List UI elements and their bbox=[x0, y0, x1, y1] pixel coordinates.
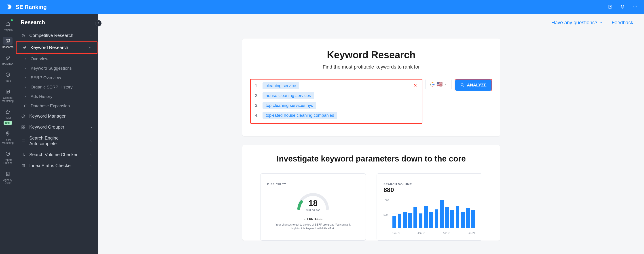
sub-organic-serp-history[interactable]: Organic SERP History bbox=[31, 82, 98, 92]
thumbs-up-icon bbox=[5, 109, 10, 114]
svg-rect-19 bbox=[24, 128, 25, 129]
svg-point-3 bbox=[634, 7, 636, 8]
topbar-right bbox=[607, 4, 638, 10]
search-engine-select[interactable]: 🇺🇸 bbox=[426, 79, 452, 90]
svg-rect-22 bbox=[432, 84, 434, 85]
keyword-row: 1.cleaning service bbox=[255, 81, 418, 91]
rail-report-builder[interactable]: Report Builder bbox=[1, 148, 15, 167]
brand-logo-icon bbox=[6, 4, 12, 10]
main-content: Have any questions? Feedback Keyword Res… bbox=[98, 14, 644, 254]
sub-serp-overview[interactable]: SERP Overview bbox=[31, 73, 98, 82]
keyword-research-submenu: Overview Keyword Suggestions SERP Overvi… bbox=[16, 54, 98, 111]
svg-point-2 bbox=[633, 7, 634, 8]
chart-bar bbox=[398, 214, 402, 228]
highlighted-keyword-research: Keyword Research bbox=[16, 41, 98, 54]
clear-keywords-button[interactable]: ✕ bbox=[414, 83, 417, 88]
sidebar-title: Research bbox=[16, 16, 98, 30]
keyword-pill[interactable]: cleaning service bbox=[262, 82, 299, 89]
target-icon bbox=[21, 34, 25, 38]
menu-index-status-checker[interactable]: Index Status Checker bbox=[16, 160, 98, 171]
chevron-down-icon bbox=[444, 83, 447, 86]
chart-pie-icon bbox=[5, 151, 10, 156]
audit-icon bbox=[5, 72, 10, 77]
difficulty-status: EFFORTLESS bbox=[304, 217, 322, 221]
bell-icon[interactable] bbox=[620, 4, 625, 10]
sub-keyword-suggestions[interactable]: Keyword Suggestions bbox=[31, 64, 98, 73]
index-icon bbox=[21, 164, 25, 168]
menu-keyword-grouper[interactable]: Keyword Grouper bbox=[16, 122, 98, 133]
menu-keyword-manager[interactable]: Keyword Manager bbox=[16, 111, 98, 122]
keyword-row: 3.top cleaning services nyc bbox=[255, 100, 418, 110]
building-icon bbox=[5, 171, 10, 176]
y-axis: 1000 500 bbox=[384, 199, 389, 228]
chevron-down-icon bbox=[90, 126, 93, 129]
difficulty-value: 18 bbox=[308, 199, 318, 208]
have-questions-link[interactable]: Have any questions? bbox=[552, 20, 603, 26]
rail-smm[interactable]: SMM Beta bbox=[1, 106, 15, 126]
menu-search-volume-checker[interactable]: Search Volume Checker bbox=[16, 149, 98, 160]
rail-local-marketing[interactable]: Local Marketing bbox=[1, 128, 15, 147]
svg-point-7 bbox=[6, 73, 10, 77]
rail-agency-pack[interactable]: Agency Pack bbox=[1, 168, 15, 187]
chevron-down-icon bbox=[90, 153, 93, 156]
chart-bar bbox=[408, 213, 412, 228]
main-topbar: Have any questions? Feedback bbox=[98, 14, 644, 26]
sub-overview[interactable]: Overview bbox=[31, 54, 98, 64]
difficulty-label: DIFFICULTY bbox=[267, 183, 359, 186]
difficulty-scale: OUT OF 100 bbox=[306, 209, 320, 212]
sub-ads-history[interactable]: Ads History bbox=[31, 92, 98, 101]
search-icon bbox=[460, 83, 465, 87]
keyword-row: 4.top-rated house cleaning companies bbox=[255, 110, 418, 120]
chart-bar bbox=[445, 207, 449, 228]
chart-bar bbox=[392, 216, 396, 228]
keyword-pill[interactable]: house cleaning services bbox=[262, 92, 314, 99]
rail-content-marketing[interactable]: Content Marketing bbox=[1, 86, 15, 105]
rail-research[interactable]: Research bbox=[1, 35, 15, 51]
svg-point-12 bbox=[22, 34, 24, 37]
svg-rect-17 bbox=[24, 126, 25, 127]
svg-point-6 bbox=[7, 40, 8, 41]
search-volume-panel: SEARCH VOLUME 880 1000 500 Oct, bbox=[376, 173, 482, 240]
menu-search-engine-autocomplete[interactable]: Search Engine Autocomplete bbox=[16, 133, 98, 149]
keyword-pill[interactable]: top cleaning services nyc bbox=[262, 102, 316, 109]
rail-backlinks[interactable]: Backlinks bbox=[1, 52, 15, 68]
beta-badge: Beta bbox=[4, 121, 12, 125]
chart-bar bbox=[456, 206, 460, 228]
chart-bar bbox=[424, 206, 428, 228]
us-flag-icon: 🇺🇸 bbox=[436, 81, 442, 87]
rail-projects[interactable]: Projects bbox=[1, 18, 15, 34]
menu-competitive-research[interactable]: Competitive Research bbox=[16, 30, 98, 41]
svg-point-13 bbox=[23, 35, 24, 36]
group-icon bbox=[21, 125, 25, 129]
rail-audit[interactable]: Audit bbox=[1, 69, 15, 84]
autocomplete-icon bbox=[21, 139, 25, 143]
investigate-card: Investigate keyword parameters down to t… bbox=[242, 145, 500, 240]
svg-rect-11 bbox=[6, 172, 9, 176]
pin-icon bbox=[5, 131, 10, 136]
chart-bar bbox=[419, 213, 422, 228]
brand: SE Ranking bbox=[6, 4, 47, 10]
keyword-pill[interactable]: top-rated house cleaning companies bbox=[262, 112, 337, 119]
volume-value: 880 bbox=[384, 186, 475, 194]
sub-database-expansion[interactable]: Database Expansion bbox=[31, 101, 98, 111]
svg-rect-8 bbox=[6, 90, 10, 93]
chart-bar bbox=[466, 208, 470, 228]
help-icon[interactable] bbox=[607, 4, 613, 10]
google-icon bbox=[430, 82, 435, 87]
search-row: ✕ 1.cleaning service 2.house cleaning se… bbox=[242, 79, 500, 124]
chart-bar bbox=[471, 210, 475, 228]
feedback-link[interactable]: Feedback bbox=[612, 20, 633, 26]
chart-bar bbox=[435, 209, 438, 228]
svg-point-9 bbox=[7, 133, 8, 134]
keyword-input-box[interactable]: ✕ 1.cleaning service 2.house cleaning se… bbox=[250, 79, 422, 124]
menu-keyword-research[interactable]: Keyword Research bbox=[16, 42, 97, 53]
analyze-button[interactable]: ANALYZE bbox=[455, 79, 492, 91]
svg-point-1 bbox=[610, 8, 610, 8]
hero-subtitle: Find the most profitable keywords to ran… bbox=[242, 64, 500, 70]
hero-title: Keyword Research bbox=[242, 49, 500, 60]
chart-bar bbox=[461, 212, 465, 228]
svg-point-14 bbox=[23, 48, 24, 49]
research-icon bbox=[5, 38, 10, 43]
svg-rect-16 bbox=[22, 126, 23, 127]
more-icon[interactable] bbox=[632, 4, 638, 10]
